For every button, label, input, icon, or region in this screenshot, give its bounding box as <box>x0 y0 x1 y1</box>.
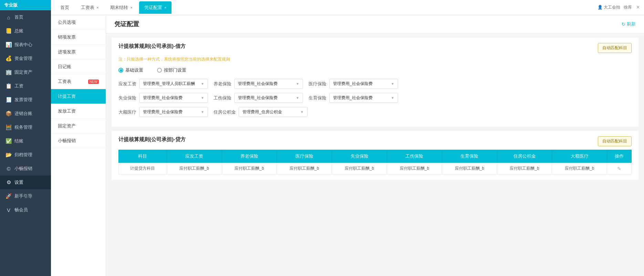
left-nav-item-expense[interactable]: 小畅报销 <box>51 134 106 148</box>
left-nav-item-sales-invoice[interactable]: 销项发票 <box>51 30 106 45</box>
debit-form-row-3: 大额医疗 管理费用_社会保险费 ▼ 住房公积金 管理费用_住房公积金 ▼ <box>118 107 632 117</box>
credit-row-col-2: 应付职工薪酬_b <box>277 163 332 174</box>
unemployment-label: 失业保险 <box>118 95 136 101</box>
sidebar-item-home[interactable]: ⌂首页 <box>0 10 51 24</box>
sidebar-item-settings[interactable]: ⚙设置 <box>0 176 51 189</box>
radio-basic-label: 基础设置 <box>125 67 143 73</box>
sidebar-label-guide: 新手引导 <box>14 193 32 199</box>
left-nav-label-journal: 日记账 <box>58 64 71 70</box>
sidebar-item-archive[interactable]: 📂归档管理 <box>0 148 51 162</box>
left-nav-item-payroll-table[interactable]: 工资表NEW <box>51 74 106 89</box>
sidebar-item-salary[interactable]: 📋工资 <box>0 79 51 93</box>
form-item-medical: 医疗保险 管理费用_社会保险费 ▼ <box>309 79 398 89</box>
sidebar-item-member[interactable]: V畅会员 <box>0 203 51 217</box>
credit-row-col-4: 应付职工薪酬_b <box>387 163 442 174</box>
user-info: 👤 大工会拍 徐库 <box>598 4 632 10</box>
refresh-button[interactable]: ↻ 刷新 <box>622 21 636 27</box>
pension-select[interactable]: 管理费用_社会保险费 ▼ <box>234 79 303 89</box>
sidebar-label-sales-ledger: 进销台账 <box>14 110 32 117</box>
sidebar-item-guide[interactable]: 🚀新手引导 <box>0 189 51 203</box>
credit-row-col-6: 应付职工薪酬_b <box>497 163 552 174</box>
salary-select[interactable]: 管理费用_管理人员职工薪酬 ▼ <box>139 79 208 89</box>
sidebar-item-checkout[interactable]: ✅结账 <box>0 134 51 148</box>
maternity-select[interactable]: 管理费用_社会保险费 ▼ <box>329 93 398 103</box>
radio-dept-dot <box>157 68 162 73</box>
sidebar-item-assets[interactable]: 🏢固定资产 <box>0 65 51 79</box>
credit-table-header-医疗保险: 医疗保险 <box>277 150 332 163</box>
left-nav: 公共选项销项发票进项发票日记账工资表NEW计提工资发放工资固定资产小畅报销 <box>51 15 106 276</box>
unemployment-select[interactable]: 管理费用_社会保险费 ▼ <box>139 93 208 103</box>
form-item-unemployment: 失业保险 管理费用_社会保险费 ▼ <box>118 93 208 103</box>
credit-table-header-失业保险: 失业保险 <box>332 150 387 163</box>
sidebar-label-funds: 资金管理 <box>14 55 32 62</box>
tab-close-period-end[interactable]: × <box>130 6 132 10</box>
credit-row-col-5: 应付职工薪酬_b <box>442 163 497 174</box>
credit-table-header-科目: 科目 <box>119 150 167 163</box>
pension-select-arrow: ▼ <box>296 82 299 86</box>
left-nav-label-sales-invoice: 销项发票 <box>58 34 76 40</box>
credit-row-col-0: 应付职工薪酬_b <box>167 163 222 174</box>
edit-icon[interactable]: ✎ <box>617 166 621 171</box>
sidebar-item-xiaochang[interactable]: ©小畅报销 <box>0 162 51 176</box>
tab-label-period-end: 期末结转 <box>110 4 128 11</box>
left-nav-item-purchase-invoice[interactable]: 进项发票 <box>51 45 106 60</box>
left-nav-item-public[interactable]: 公共选项 <box>51 15 106 30</box>
tab-close-voucher-config[interactable]: × <box>164 6 166 10</box>
medical-select-value: 管理费用_社会保险费 <box>333 81 373 87</box>
sidebar-item-sales-ledger[interactable]: 📦进销台账 <box>0 107 51 120</box>
sidebar-item-tax[interactable]: 🧮税务管理 <box>0 120 51 134</box>
tab-period-end[interactable]: 期末结转× <box>105 1 137 14</box>
credit-row-col-7: 应付职工薪酬_b <box>552 163 607 174</box>
badge-new-payroll-table: NEW <box>88 79 99 84</box>
debit-auto-match-button[interactable]: 自动匹配科目 <box>598 43 632 53</box>
tab-payroll[interactable]: 工资表× <box>76 1 104 14</box>
sidebar-label-assets: 固定资产 <box>14 69 32 75</box>
sidebar-icon-member: V <box>6 207 12 213</box>
sidebar-label-ledger: 总账 <box>14 28 23 34</box>
credit-row-col-3: 应付职工薪酬_b <box>332 163 387 174</box>
credit-auto-match-button[interactable]: 自动匹配科目 <box>598 136 632 146</box>
credit-row-action[interactable]: ✎ <box>607 163 632 174</box>
debit-section: 计提核算规则(公司承担)-借方 自动匹配科目 注：只能选择一种方式，系统将按照您… <box>112 38 638 127</box>
left-nav-label-pay-salary: 发放工资 <box>58 108 76 114</box>
housing-select[interactable]: 管理费用_住房公积金 ▼ <box>239 107 308 117</box>
housing-label: 住房公积金 <box>214 109 236 115</box>
sidebar-label-checkout: 结账 <box>14 138 23 144</box>
radio-basic[interactable]: 基础设置 <box>118 67 143 73</box>
sidebar-icon-reports: 📊 <box>6 42 12 48</box>
table-row: 计提贷方科目应付职工薪酬_b应付职工薪酬_b应付职工薪酬_b应付职工薪酬_b应付… <box>119 163 632 174</box>
large-medical-select-arrow: ▼ <box>201 110 204 114</box>
tab-bar: 首页工资表×期末结转×凭证配置× 👤 大工会拍 徐库 × <box>51 0 644 15</box>
content-area: 公共选项销项发票进项发票日记账工资表NEW计提工资发放工资固定资产小畅报销 凭证… <box>51 15 644 276</box>
credit-table-header-工伤保险: 工伤保险 <box>387 150 442 163</box>
large-medical-select[interactable]: 管理费用_社会保险费 ▼ <box>139 107 208 117</box>
left-nav-item-journal[interactable]: 日记账 <box>51 60 106 74</box>
tab-voucher-config[interactable]: 凭证配置× <box>139 1 172 14</box>
medical-select[interactable]: 管理费用_社会保险费 ▼ <box>329 79 398 89</box>
debit-form-row-2: 失业保险 管理费用_社会保险费 ▼ 工伤保险 管理费用_社会保险费 ▼ <box>118 93 632 103</box>
injury-select[interactable]: 管理费用_社会保险费 ▼ <box>234 93 303 103</box>
sidebar-item-reports[interactable]: 📊报表中心 <box>0 38 51 52</box>
credit-table-header-大额医疗: 大额医疗 <box>552 150 607 163</box>
sidebar-item-funds[interactable]: 💰资金管理 <box>0 52 51 65</box>
left-nav-item-calc-salary[interactable]: 计提工资 <box>51 89 106 104</box>
maternity-select-value: 管理费用_社会保险费 <box>333 95 373 101</box>
refresh-icon: ↻ <box>622 22 625 27</box>
credit-table-header-养老保险: 养老保险 <box>222 150 277 163</box>
credit-table-header-住房公积金: 住房公积金 <box>497 150 552 163</box>
left-nav-item-fixed-assets[interactable]: 固定资产 <box>51 119 106 134</box>
salary-label: 应发工资 <box>118 81 136 87</box>
left-nav-item-pay-salary[interactable]: 发放工资 <box>51 104 106 119</box>
salary-select-value: 管理费用_管理人员职工薪酬 <box>143 81 195 87</box>
maternity-select-arrow: ▼ <box>391 96 394 100</box>
sidebar-item-ledger[interactable]: 📒总账 <box>0 24 51 38</box>
sidebar: 专业版 ⌂首页📒总账📊报表中心💰资金管理🏢固定资产📋工资🧾发票管理📦进销台账🧮税… <box>0 0 51 276</box>
radio-basic-dot <box>118 68 123 73</box>
window-close-btn[interactable]: × <box>636 4 640 11</box>
tab-home[interactable]: 首页 <box>55 1 74 14</box>
tab-close-payroll[interactable]: × <box>96 6 98 10</box>
sidebar-item-invoice-mgmt[interactable]: 🧾发票管理 <box>0 93 51 107</box>
injury-label: 工伤保险 <box>214 95 231 101</box>
credit-table-header-应发工资: 应发工资 <box>167 150 222 163</box>
radio-dept[interactable]: 按部门设置 <box>157 67 186 73</box>
